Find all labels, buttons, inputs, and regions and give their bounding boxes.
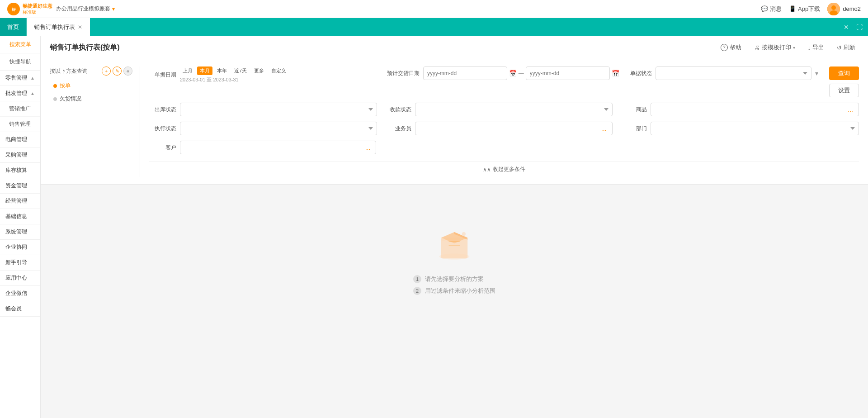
scheme-add-icon[interactable]: + [102, 66, 111, 76]
scheme-edit-icon[interactable]: ✎ [113, 66, 122, 76]
export-btn[interactable]: ↓ 导出 [804, 42, 828, 53]
exec-status-label: 执行状态 [149, 125, 176, 133]
tip-2-num: 2 [413, 287, 421, 295]
filter-area: 按以下方案查询 + ✎ « 按单 欠货情况 [41, 59, 868, 185]
settings-button[interactable]: 设置 [829, 84, 859, 97]
vip-label: 畅会员 [5, 305, 22, 313]
date-btn-this-month[interactable]: 本月 [197, 66, 212, 75]
marketing-label: 营销推广 [9, 105, 31, 113]
refresh-btn[interactable]: ↺ 刷新 [833, 42, 859, 53]
customer-ellipsis[interactable]: ... [363, 144, 373, 151]
department-label: 部门 [620, 125, 647, 133]
corp-collab-label: 企业协同 [5, 243, 27, 251]
sidebar-item-operations[interactable]: 经营管理 [0, 194, 40, 209]
sidebar-item-marketing[interactable]: 营销推广 [0, 101, 40, 117]
expected-date-from[interactable] [423, 66, 507, 80]
scheme-dot-by-debt [53, 97, 57, 101]
operations-label: 经营管理 [5, 197, 27, 205]
help-label: 帮助 [730, 43, 741, 52]
sidebar-item-retail[interactable]: 零售管理 ▲ [0, 71, 40, 86]
app-download-btn[interactable]: 📱 App下载 [789, 5, 820, 13]
department-select[interactable] [651, 122, 859, 135]
date-quick-btns: 上月 本月 本年 近7天 更多 自定义 [180, 66, 289, 75]
svg-point-3 [831, 5, 836, 10]
sidebar-item-vip[interactable]: 畅会员 [0, 301, 40, 317]
exec-status-select[interactable] [180, 122, 377, 135]
breadcrumb-arrow[interactable]: ▾ [112, 6, 115, 12]
sidebar-item-purchase[interactable]: 采购管理 [0, 147, 40, 163]
retail-label: 零售管理 [5, 74, 27, 82]
salesperson-ellipsis[interactable]: ... [599, 125, 609, 132]
nav-tabs: 首页 销售订单执行表 ✕ ✕ ⛶ [0, 18, 868, 36]
sidebar-item-ecommerce[interactable]: 电商管理 [0, 132, 40, 147]
filter-collapse-btn[interactable]: ∧∧ 收起更多条件 [149, 162, 859, 177]
bill-status-select[interactable] [656, 66, 811, 80]
page-header: 销售订单执行表(按单) ? 帮助 🖨 按模板打印 ▾ ↓ 导出 ↺ 刷新 [41, 36, 868, 59]
date-range-display: 2023-03-01 至 2023-03-31 [180, 76, 382, 83]
sidebar-item-corp-collab[interactable]: 企业协同 [0, 240, 40, 255]
tab-home[interactable]: 首页 [0, 18, 27, 36]
sidebar-item-sales[interactable]: 销售管理 [0, 117, 40, 132]
breadcrumb-text: 办公用品行业模拟账套 [56, 5, 110, 13]
exec-status-field: 执行状态 [149, 122, 377, 135]
empty-tip-2: 2 用过滤条件来缩小分析范围 [413, 287, 495, 295]
scheme-item-by-debt[interactable]: 欠货情况 [50, 92, 132, 105]
sidebar-item-finance[interactable]: 资金管理 [0, 178, 40, 194]
user-info[interactable]: demo2 [827, 3, 861, 15]
tab-expand-icon[interactable]: ⛶ [854, 22, 864, 33]
goods-ellipsis[interactable]: ... [846, 106, 855, 113]
header-right: 💬 消息 📱 App下载 demo2 [761, 3, 861, 15]
sidebar-search[interactable]: 搜索菜单 [0, 36, 40, 53]
scheme-item-by-order[interactable]: 按单 [50, 79, 132, 92]
outbound-status-label: 出库状态 [149, 106, 176, 114]
tab-sales-order-exec[interactable]: 销售订单执行表 ✕ [27, 18, 90, 36]
date-btn-custom[interactable]: 自定义 [269, 66, 289, 75]
bill-date-label: 单据日期 [149, 71, 176, 79]
date-btn-this-year[interactable]: 本年 [214, 66, 230, 75]
app-download-label: App下载 [798, 5, 820, 13]
finance-label: 资金管理 [5, 182, 27, 190]
department-field: 部门 [620, 122, 859, 135]
tip-1-num: 1 [413, 275, 421, 283]
date-btn-more[interactable]: 更多 [251, 66, 267, 75]
date-btn-last-month[interactable]: 上月 [180, 66, 195, 75]
scheme-label-by-debt: 欠货情况 [60, 95, 81, 103]
receipt-status-select[interactable] [415, 103, 612, 116]
date-btn-7days[interactable]: 近7天 [231, 66, 250, 75]
expected-date-range: 📅 — 📅 [423, 66, 619, 80]
sidebar-item-system[interactable]: 系统管理 [0, 224, 40, 240]
salesperson-field: 业务员 ... [384, 122, 612, 135]
template-print-btn[interactable]: 🖨 按模板打印 ▾ [750, 42, 799, 53]
sidebar-item-app-center[interactable]: 应用中心 [0, 271, 40, 286]
new-guide-label: 新手引导 [5, 259, 27, 266]
nav-tabs-right: ✕ ⛶ [838, 18, 868, 36]
expected-date-to[interactable] [526, 66, 610, 80]
tip-2-text: 用过滤条件来缩小分析范围 [425, 287, 495, 295]
filter-scheme: 按以下方案查询 + ✎ « 按单 欠货情况 [50, 66, 140, 177]
expected-date-from-icon[interactable]: 📅 [509, 70, 517, 77]
expected-date-to-icon[interactable]: 📅 [612, 70, 619, 77]
sidebar-quick-nav[interactable]: 快捷导航 [0, 53, 40, 71]
app-download-icon: 📱 [789, 5, 796, 12]
outbound-status-select[interactable] [180, 103, 377, 116]
username: demo2 [843, 5, 861, 12]
help-btn[interactable]: ? 帮助 [717, 42, 745, 53]
goods-field: 商品 ... [620, 103, 859, 116]
scheme-collapse-icon[interactable]: « [123, 66, 132, 76]
system-label: 系统管理 [5, 228, 27, 236]
logo-text-line2: 标准版 [23, 9, 52, 15]
sidebar-item-basic-info[interactable]: 基础信息 [0, 209, 40, 224]
message-btn[interactable]: 💬 消息 [761, 5, 782, 13]
query-button[interactable]: 查询 [829, 66, 859, 80]
sidebar-item-wholesale[interactable]: 批发管理 ▲ [0, 86, 40, 101]
sidebar-item-new-guide[interactable]: 新手引导 [0, 255, 40, 271]
tab-close-icon[interactable]: ✕ [78, 24, 82, 30]
sidebar-item-inventory[interactable]: 库存核算 [0, 163, 40, 178]
collapse-label: 收起更多条件 [493, 166, 525, 173]
sidebar-item-corp-wechat[interactable]: 企业微信 [0, 286, 40, 301]
receipt-status-label: 收款状态 [384, 106, 411, 114]
logo-text-line1: 畅捷通好生意 [23, 3, 52, 9]
tab-close-all-icon[interactable]: ✕ [842, 22, 851, 33]
expected-date-sep: — [519, 70, 524, 76]
customer-label: 客户 [149, 144, 176, 152]
